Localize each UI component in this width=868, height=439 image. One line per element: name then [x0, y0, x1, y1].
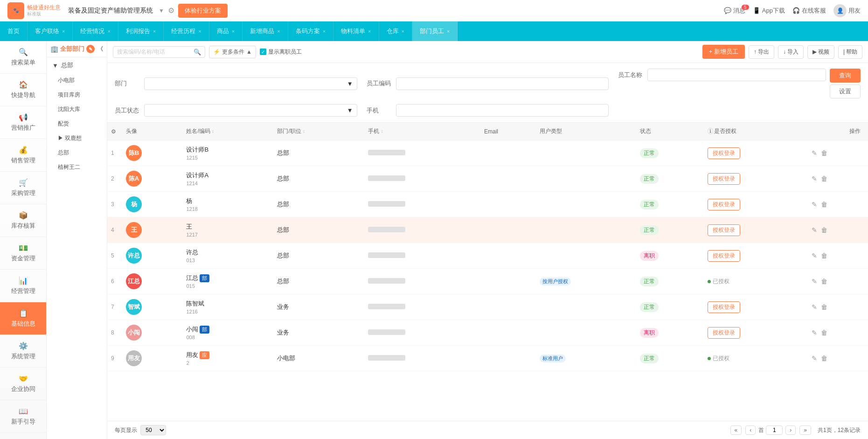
- prev-page-btn[interactable]: ‹: [745, 425, 756, 435]
- settings-icon[interactable]: ⚙: [168, 6, 174, 15]
- delete-icon[interactable]: 🗑: [821, 175, 827, 182]
- left-nav-快捷导航[interactable]: 🏠快捷导航: [0, 74, 46, 106]
- authorize-btn[interactable]: 授权登录: [708, 301, 740, 313]
- dept-item-小电部[interactable]: 小电部: [47, 73, 107, 88]
- emp-code-input[interactable]: [396, 77, 609, 90]
- nav-tab-商品[interactable]: 商品×: [209, 21, 243, 41]
- close-tab-icon[interactable]: ×: [107, 28, 110, 34]
- authorize-btn[interactable]: 授权登录: [708, 173, 740, 185]
- dept-item-双鹿想[interactable]: ▶ 双鹿想: [47, 131, 107, 146]
- close-tab-icon[interactable]: ×: [198, 28, 201, 34]
- authorize-btn[interactable]: 授权登录: [708, 147, 740, 159]
- left-nav-库存核算[interactable]: 📦库存核算: [0, 204, 46, 237]
- edit-icon[interactable]: ✎: [812, 226, 817, 234]
- delete-icon[interactable]: 🗑: [821, 149, 827, 157]
- add-employee-btn[interactable]: + 新增员工: [702, 45, 745, 59]
- authorize-btn[interactable]: 授权登录: [708, 199, 740, 210]
- edit-icon[interactable]: ✎: [812, 252, 817, 259]
- dept-item-配货[interactable]: 配货: [47, 117, 107, 131]
- dept-item-植树王二[interactable]: 植树王二: [47, 160, 107, 174]
- nav-tab-客户联络[interactable]: 客户联络×: [28, 21, 73, 41]
- th-dept-position[interactable]: 部门/职位: [273, 123, 364, 140]
- delete-icon[interactable]: 🗑: [821, 252, 827, 259]
- phone-input[interactable]: [396, 104, 609, 117]
- message-btn[interactable]: 💬 消息 5: [724, 7, 745, 15]
- nav-tab-利润报告[interactable]: 利润报告×: [118, 21, 164, 41]
- next-page-btn[interactable]: ›: [785, 425, 796, 435]
- dept-item-总部[interactable]: 总部: [47, 146, 107, 160]
- delete-icon[interactable]: 🗑: [821, 303, 827, 311]
- left-nav-采购管理[interactable]: 🛒采购管理: [0, 172, 46, 204]
- user-avatar[interactable]: 👤 用友: [833, 4, 861, 17]
- nav-tab-首页[interactable]: 首页: [0, 21, 28, 41]
- delete-icon[interactable]: 🗑: [821, 278, 827, 285]
- export-btn[interactable]: ↑ 导出: [749, 45, 774, 59]
- edit-icon[interactable]: ✎: [812, 175, 817, 182]
- help-btn[interactable]: | 帮助: [838, 45, 862, 59]
- left-nav-营销推广[interactable]: 📢营销推广: [0, 106, 46, 139]
- sidebar-edit-icon[interactable]: ✎: [86, 45, 95, 53]
- dept-item-沈阳大库[interactable]: 沈阳大库: [47, 102, 107, 117]
- close-tab-icon[interactable]: ×: [323, 28, 326, 34]
- left-nav-搜索菜单[interactable]: 🔍搜索菜单: [0, 41, 46, 74]
- sidebar-collapse-btn[interactable]: 《: [97, 45, 103, 53]
- th-phone[interactable]: 手机: [364, 123, 480, 140]
- left-nav-系统管理[interactable]: ⚙️系统管理: [0, 335, 46, 368]
- last-page-btn[interactable]: »: [799, 425, 811, 435]
- th-name-code[interactable]: 姓名/编码: [182, 123, 273, 140]
- authorize-btn[interactable]: 授权登录: [708, 250, 740, 262]
- delete-icon[interactable]: 🗑: [821, 226, 827, 234]
- close-tab-icon[interactable]: ×: [402, 28, 404, 34]
- emp-status-select[interactable]: ▼: [144, 104, 357, 117]
- th-settings[interactable]: ⚙: [107, 123, 122, 140]
- close-tab-icon[interactable]: ×: [153, 28, 156, 34]
- nav-tab-经营历程[interactable]: 经营历程×: [164, 21, 209, 41]
- edit-icon[interactable]: ✎: [812, 355, 817, 362]
- dept-select[interactable]: ▼: [144, 77, 357, 90]
- nav-tab-部门员工[interactable]: 部门员工×: [412, 21, 458, 41]
- more-filter-btn[interactable]: ⚡ 更多条件 ▲: [209, 46, 256, 58]
- edit-icon[interactable]: ✎: [812, 149, 817, 157]
- delete-icon[interactable]: 🗑: [821, 355, 827, 362]
- emp-name-input[interactable]: [647, 69, 826, 81]
- authorize-btn[interactable]: 授权登录: [708, 224, 740, 236]
- close-tab-icon[interactable]: ×: [368, 28, 371, 34]
- nav-tab-新增商品[interactable]: 新增商品×: [243, 21, 288, 41]
- search-btn[interactable]: 查询: [830, 69, 861, 83]
- online-service-btn[interactable]: 🎧 在线客服: [792, 7, 826, 15]
- delete-icon[interactable]: 🗑: [821, 201, 827, 208]
- close-tab-icon[interactable]: ×: [62, 28, 65, 34]
- app-download-btn[interactable]: 📱 App下载: [753, 7, 785, 15]
- nav-tab-条码方案[interactable]: 条码方案×: [288, 21, 333, 41]
- nav-tab-仓库[interactable]: 仓库×: [379, 21, 412, 41]
- import-btn[interactable]: ↓ 导入: [778, 45, 804, 59]
- edit-icon[interactable]: ✎: [812, 329, 817, 336]
- left-nav-新手引导[interactable]: 📖新手引导: [0, 400, 46, 433]
- nav-tab-经营情况[interactable]: 经营情况×: [73, 21, 118, 41]
- edit-icon[interactable]: ✎: [812, 303, 817, 311]
- trial-button[interactable]: 体验行业方案: [178, 4, 228, 18]
- left-nav-企业协同[interactable]: 🤝企业协同: [0, 368, 46, 400]
- close-tab-icon[interactable]: ×: [277, 28, 280, 34]
- left-nav-基础信息[interactable]: 📋基础信息: [0, 302, 46, 335]
- close-tab-icon[interactable]: ×: [232, 28, 235, 34]
- show-resigned-checkbox[interactable]: ✓ 显示离职员工: [260, 48, 302, 56]
- settings-btn[interactable]: 设置: [830, 84, 861, 98]
- left-nav-经营管理[interactable]: 📊经营管理: [0, 270, 46, 302]
- left-nav-销售管理[interactable]: 💰销售管理: [0, 139, 46, 172]
- delete-icon[interactable]: 🗑: [821, 329, 827, 336]
- edit-icon[interactable]: ✎: [812, 201, 817, 208]
- nav-tab-物料清单[interactable]: 物料清单×: [333, 21, 379, 41]
- first-page-btn[interactable]: «: [730, 425, 742, 435]
- authorize-btn[interactable]: 授权登录: [708, 327, 740, 339]
- dept-item-总部[interactable]: ▼ 总部: [47, 57, 107, 73]
- close-tab-icon[interactable]: ×: [447, 28, 450, 34]
- edit-icon[interactable]: ✎: [812, 278, 817, 285]
- page-input[interactable]: [766, 425, 783, 435]
- view-btn[interactable]: ▶ 视频: [807, 45, 834, 59]
- left-nav-资金管理[interactable]: 💵资金管理: [0, 237, 46, 270]
- system-dropdown-arrow[interactable]: ▼: [159, 7, 164, 14]
- dept-item-项目库房[interactable]: 项目库房: [47, 88, 107, 102]
- search-input[interactable]: [117, 49, 192, 55]
- page-size-select[interactable]: 50 20 100: [140, 425, 166, 435]
